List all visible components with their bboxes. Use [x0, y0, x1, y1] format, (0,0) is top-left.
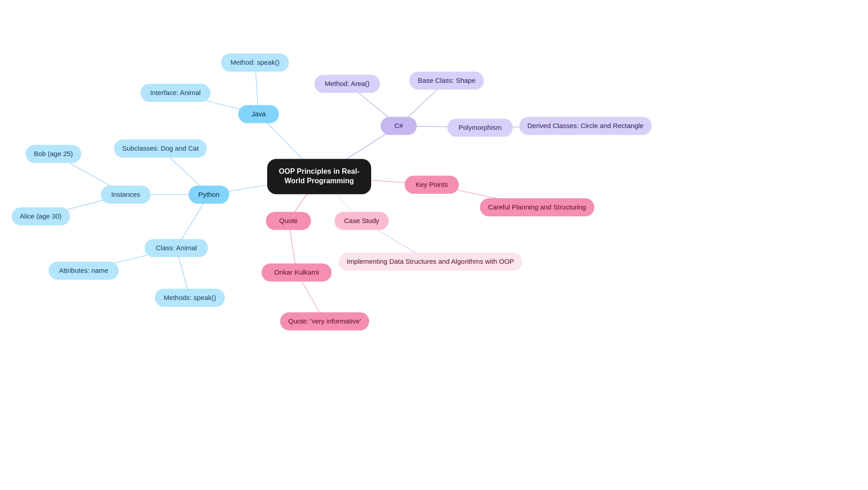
node-alice[interactable]: Alice (age 30) [12, 207, 70, 225]
node-interfaceAnimal[interactable]: Interface: Animal [141, 84, 211, 102]
node-quote[interactable]: Quote [266, 212, 311, 230]
node-center[interactable]: OOP Principles in Real-World Programming [267, 159, 371, 194]
node-polymorphism[interactable]: Polymorphism [448, 119, 513, 137]
node-caseStudy[interactable]: Case Study [335, 212, 389, 230]
node-classAnimal[interactable]: Class: Animal [145, 239, 208, 257]
node-implementingDS[interactable]: Implementing Data Structures and Algorit… [339, 252, 522, 271]
node-java[interactable]: Java [238, 105, 279, 123]
node-bob[interactable]: Bob (age 25) [26, 145, 81, 163]
node-keyPoints[interactable]: Key Points [405, 176, 459, 194]
node-onkarKulkarni[interactable]: Onkar Kulkarni [262, 263, 332, 281]
node-instances[interactable]: Instances [101, 186, 151, 204]
node-methodsSpeakPython[interactable]: Methods: speak() [155, 289, 225, 307]
node-subclasses[interactable]: Subclasses: Dog and Cat [114, 139, 207, 157]
node-baseClassShape[interactable]: Base Class: Shape [410, 71, 484, 90]
mindmap-container: OOP Principles in Real-World Programming… [0, 0, 868, 490]
node-quoteVeryInformative[interactable]: Quote: 'very informative' [280, 312, 369, 330]
node-methodSpeak[interactable]: Method: speak() [221, 53, 289, 71]
node-methodArea[interactable]: Method: Area() [315, 75, 380, 93]
node-csharp[interactable]: C# [381, 117, 417, 135]
node-attributesName[interactable]: Attributes: name [49, 262, 119, 280]
node-carefulPlanning[interactable]: Careful Planning and Structuring [480, 198, 594, 216]
node-derivedClasses[interactable]: Derived Classes: Circle and Rectangle [519, 117, 652, 135]
node-python[interactable]: Python [189, 186, 229, 204]
